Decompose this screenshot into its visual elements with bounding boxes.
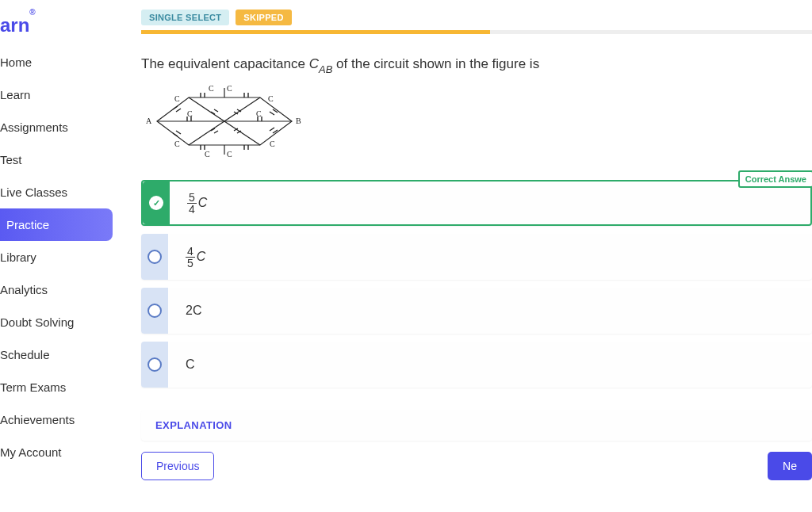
- svg-text:C: C: [256, 109, 262, 118]
- sidebar-item-analytics[interactable]: Analytics: [0, 273, 119, 306]
- svg-text:C: C: [270, 139, 275, 148]
- svg-text:C: C: [268, 94, 274, 103]
- registered-icon: ®: [29, 8, 35, 17]
- circuit-svg: A B C C C C C C C C C C: [141, 82, 308, 161]
- sidebar-item-schedule[interactable]: Schedule: [0, 338, 119, 371]
- explanation-title: EXPLANATION: [155, 419, 798, 431]
- svg-text:C: C: [174, 139, 180, 148]
- sidebar: arn® HomeLearnAssignmentsTestLive Classe…: [0, 0, 119, 512]
- progress-fill: [141, 30, 490, 34]
- sidebar-item-live-classes[interactable]: Live Classes: [0, 176, 119, 208]
- sidebar-item-term-exams[interactable]: Term Exams: [0, 371, 119, 403]
- sidebar-item-home[interactable]: Home: [0, 46, 119, 78]
- sidebar-nav: HomeLearnAssignmentsTestLive ClassesPrac…: [0, 46, 119, 468]
- sidebar-item-my-account[interactable]: My Account: [0, 436, 119, 468]
- svg-text:C: C: [187, 109, 193, 118]
- question-suffix: of the circuit shown in the figure is: [336, 56, 539, 71]
- next-button[interactable]: Ne: [768, 452, 812, 480]
- circuit-diagram: A B C C C C C C C C C C: [141, 82, 812, 164]
- svg-text:C: C: [227, 150, 232, 159]
- option-1[interactable]: 54C: [141, 180, 812, 226]
- sidebar-item-achievements[interactable]: Achievements: [0, 403, 119, 436]
- previous-button[interactable]: Previous: [141, 452, 214, 480]
- svg-text:A: A: [146, 117, 152, 125]
- option-label: 2C: [168, 304, 201, 318]
- sidebar-item-learn[interactable]: Learn: [0, 78, 119, 111]
- question-var: C: [309, 56, 319, 71]
- check-icon: [143, 181, 170, 224]
- badge-row: SINGLE SELECT SKIPPED: [141, 10, 812, 25]
- svg-text:C: C: [209, 84, 214, 93]
- question-prefix: The equivalent capacitance: [141, 56, 309, 71]
- progress-bar: [141, 30, 812, 34]
- option-label: C: [168, 357, 195, 372]
- sidebar-item-library[interactable]: Library: [0, 241, 119, 273]
- options-list: 54CCorrect Answe45C2CC: [141, 180, 812, 395]
- radio-icon: [141, 342, 168, 388]
- footer-nav: Previous Ne: [141, 444, 812, 480]
- svg-text:C: C: [227, 84, 232, 93]
- main-content: SINGLE SELECT SKIPPED The equivalent cap…: [119, 0, 812, 512]
- option-label: 45C: [168, 246, 205, 269]
- sidebar-item-test[interactable]: Test: [0, 143, 119, 176]
- explanation-block: EXPLANATION: [141, 410, 812, 441]
- question-subscript: AB: [319, 63, 332, 75]
- brand-logo: arn®: [0, 14, 119, 46]
- sidebar-item-assignments[interactable]: Assignments: [0, 111, 119, 143]
- question-status-badge: SKIPPED: [236, 10, 291, 25]
- brand-text: arn: [0, 14, 29, 36]
- svg-text:B: B: [296, 117, 301, 125]
- option-3[interactable]: 2C: [141, 288, 812, 334]
- radio-icon: [141, 288, 168, 334]
- sidebar-item-practice[interactable]: Practice: [0, 208, 113, 241]
- svg-text:C: C: [205, 150, 210, 159]
- sidebar-item-doubt-solving[interactable]: Doubt Solving: [0, 306, 119, 338]
- option-4[interactable]: C: [141, 342, 812, 388]
- correct-answer-tag: Correct Answe: [738, 170, 812, 188]
- question-text: The equivalent capacitance CAB of the ci…: [141, 56, 812, 74]
- question-type-badge: SINGLE SELECT: [141, 10, 229, 25]
- radio-icon: [141, 234, 168, 280]
- option-2[interactable]: 45C: [141, 234, 812, 280]
- option-label: 54C: [170, 192, 207, 215]
- svg-text:C: C: [174, 94, 180, 103]
